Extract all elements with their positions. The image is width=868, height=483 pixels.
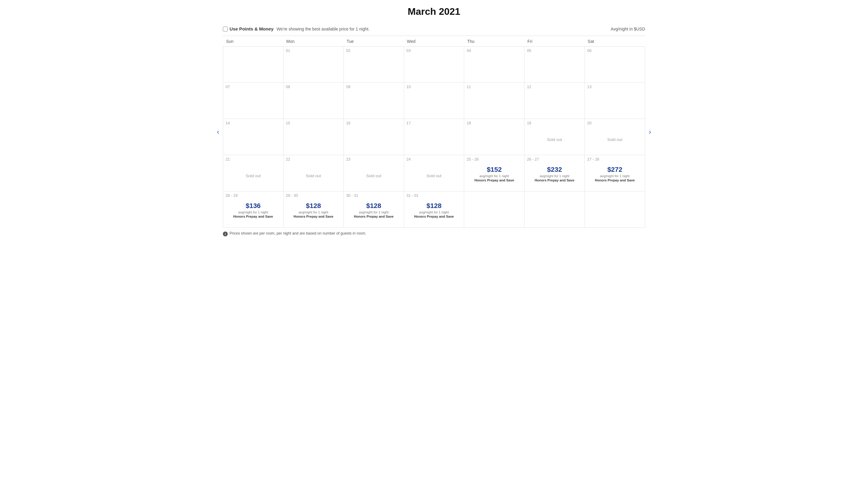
next-month-button[interactable]: › xyxy=(646,125,654,139)
calendar-cell: 22Sold out xyxy=(283,155,343,191)
price-sub: avg/night for 1 night xyxy=(527,174,582,178)
price-amount: $232 xyxy=(527,166,582,174)
calendar-cell: 14 xyxy=(223,119,283,155)
cell-date: 22 xyxy=(286,157,341,162)
calendar-cell: 15 xyxy=(283,119,343,155)
points-money-toggle[interactable]: Use Points & Money xyxy=(223,26,274,31)
points-money-checkbox[interactable] xyxy=(223,27,228,31)
calendar-cell[interactable]: 30 - 31$128avg/night for 1 nightHonors P… xyxy=(343,191,404,228)
avg-night-label: Avg/night in $USD xyxy=(611,27,645,31)
price-sub: avg/night for 1 night xyxy=(407,210,462,214)
day-header-thu: Thu xyxy=(464,36,525,47)
calendar-cell: 07 xyxy=(223,83,283,119)
day-header-fri: Fri xyxy=(525,36,585,47)
cell-date: 16 xyxy=(346,121,401,125)
calendar-cell: 01 xyxy=(283,47,343,83)
calendar-cell[interactable]: 29 - 30$128avg/night for 1 nightHonors P… xyxy=(283,191,343,228)
calendar-cell: 05 xyxy=(525,47,585,83)
calendar-nav-wrapper: ‹ › SunMonTueWedThuFriSat 01020304050607… xyxy=(223,36,645,228)
day-header-tue: Tue xyxy=(343,36,404,47)
calendar-title: March 2021 xyxy=(223,6,645,17)
cell-date: 24 xyxy=(407,157,462,162)
calendar-cell[interactable]: 26 - 27$232avg/night for 1 nightHonors P… xyxy=(525,155,585,191)
price-amount: $272 xyxy=(587,166,642,174)
price-sub: avg/night for 1 night xyxy=(467,174,522,178)
cell-date: 14 xyxy=(226,121,281,125)
calendar-cell xyxy=(525,191,585,228)
day-header-sun: Sun xyxy=(223,36,283,47)
calendar-cell[interactable]: 31 - 01$128avg/night for 1 nightHonors P… xyxy=(404,191,464,228)
cell-date: 11 xyxy=(467,85,522,89)
top-bar: Use Points & Money We're showing the bes… xyxy=(223,23,645,36)
cell-date-range: 25 - 26 xyxy=(467,157,522,162)
calendar-cell: 11 xyxy=(464,83,525,119)
price-sub: avg/night for 1 night xyxy=(346,210,401,214)
cell-price-info: $128avg/night for 1 nightHonors Prepay a… xyxy=(286,199,341,218)
day-header-mon: Mon xyxy=(283,36,343,47)
calendar-cell: 04 xyxy=(464,47,525,83)
price-rate: Honors Prepay and Save xyxy=(467,178,522,182)
cell-date: 03 xyxy=(407,48,462,53)
price-amount: $128 xyxy=(407,202,462,210)
calendar-cell[interactable]: 25 - 26$152avg/night for 1 nightHonors P… xyxy=(464,155,525,191)
price-amount: $128 xyxy=(286,202,341,210)
cell-date-range: 31 - 01 xyxy=(407,193,462,198)
calendar-cell: 08 xyxy=(283,83,343,119)
sold-out-text: Sold out xyxy=(427,174,441,178)
cell-date: 10 xyxy=(407,85,462,89)
sold-out-container: Sold out xyxy=(226,163,281,189)
price-amount: $136 xyxy=(226,202,281,210)
cell-price-info: $232avg/night for 1 nightHonors Prepay a… xyxy=(527,163,582,182)
cell-date: 18 xyxy=(467,121,522,125)
cell-date-range: 27 - 28 xyxy=(587,157,642,162)
showing-text: We're showing the best available price f… xyxy=(277,27,369,31)
cell-date-range: 28 - 29 xyxy=(226,193,281,198)
cell-date-range: 30 - 31 xyxy=(346,193,401,198)
price-rate: Honors Prepay and Save xyxy=(527,178,582,182)
calendar-cell: 13 xyxy=(585,83,645,119)
cell-date-range: 26 - 27 xyxy=(527,157,582,162)
day-header-sat: Sat xyxy=(585,36,645,47)
sold-out-container: Sold out xyxy=(346,163,401,189)
calendar-cell: 19Sold out xyxy=(525,119,585,155)
price-rate: Honors Prepay and Save xyxy=(587,178,642,182)
top-bar-left: Use Points & Money We're showing the bes… xyxy=(223,26,369,31)
cell-date-range: 29 - 30 xyxy=(286,193,341,198)
calendar-cell: 10 xyxy=(404,83,464,119)
cell-date: 08 xyxy=(286,85,341,89)
price-amount: $128 xyxy=(346,202,401,210)
calendar-cell xyxy=(464,191,525,228)
cell-date: 05 xyxy=(527,48,582,53)
calendar-cell: 20Sold out xyxy=(585,119,645,155)
footer-note: i Prices shown are per room, per night a… xyxy=(223,228,645,237)
calendar-week-4: 28 - 29$136avg/night for 1 nightHonors P… xyxy=(223,191,645,228)
calendar-cell xyxy=(223,47,283,83)
cell-date: 06 xyxy=(587,48,642,53)
price-sub: avg/night for 1 night xyxy=(286,210,341,214)
price-rate: Honors Prepay and Save xyxy=(407,215,462,218)
cell-date: 15 xyxy=(286,121,341,125)
sold-out-container: Sold out xyxy=(527,126,582,153)
calendar-cell[interactable]: 28 - 29$136avg/night for 1 nightHonors P… xyxy=(223,191,283,228)
cell-date: 19 xyxy=(527,121,582,125)
calendar-table: SunMonTueWedThuFriSat 010203040506070809… xyxy=(223,36,645,228)
sold-out-text: Sold out xyxy=(547,137,562,142)
calendar-cell[interactable]: 27 - 28$272avg/night for 1 nightHonors P… xyxy=(585,155,645,191)
cell-price-info: $152avg/night for 1 nightHonors Prepay a… xyxy=(467,163,522,182)
calendar-cell: 16 xyxy=(343,119,404,155)
calendar-header: SunMonTueWedThuFriSat xyxy=(223,36,645,47)
cell-price-info: $272avg/night for 1 nightHonors Prepay a… xyxy=(587,163,642,182)
calendar-cell: 09 xyxy=(343,83,404,119)
calendar-cell: 06 xyxy=(585,47,645,83)
price-amount: $152 xyxy=(467,166,522,174)
cell-date: 02 xyxy=(346,48,401,53)
cell-date: 13 xyxy=(587,85,642,89)
calendar-cell: 18 xyxy=(464,119,525,155)
prev-month-button[interactable]: ‹ xyxy=(214,125,222,139)
calendar-cell: 12 xyxy=(525,83,585,119)
calendar-cell: 02 xyxy=(343,47,404,83)
calendar-body: 01020304050607080910111213141516171819So… xyxy=(223,47,645,228)
cell-price-info: $136avg/night for 1 nightHonors Prepay a… xyxy=(226,199,281,218)
cell-date: 07 xyxy=(226,85,281,89)
sold-out-text: Sold out xyxy=(306,174,321,178)
